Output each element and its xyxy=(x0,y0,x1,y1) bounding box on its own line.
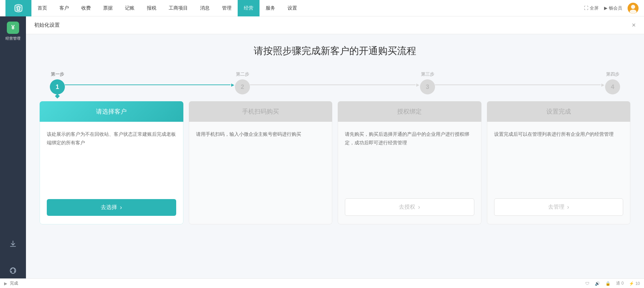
lock-icon: 🔒 xyxy=(605,281,611,286)
step1-card: 请选择客户 该处展示的客户为不在回收站、客户状态正常建账后完成老板端绑定的所有客… xyxy=(40,101,183,224)
connector-1-2: ▶ xyxy=(65,82,235,87)
nav-message[interactable]: 消息 xyxy=(194,0,216,16)
step2-label: 第二步 xyxy=(236,71,249,77)
nav-invoice[interactable]: 票据 xyxy=(97,0,119,16)
connector-line-2 xyxy=(250,84,416,85)
status-bar: ▶ 完成 🛡 🔊 🔒 通 0 ⚡ 10 xyxy=(0,278,644,288)
step3-card-body: 请先购买，购买后选择开通的产品中的企业用户进行授权绑定，成功后即可进行经营管理 … xyxy=(338,122,481,224)
step1-diamond xyxy=(55,94,60,99)
headset-icon xyxy=(8,266,18,275)
operation-icon: ¥ xyxy=(7,22,19,34)
status-right: 🛡 🔊 🔒 通 0 ⚡ 10 xyxy=(585,280,640,286)
fullscreen-button[interactable]: ⛶ 全屏 xyxy=(584,5,599,11)
nav-home[interactable]: 首页 xyxy=(31,0,53,16)
step4-group: 第四步 4 xyxy=(605,71,620,94)
step1-group: 第一步 1 xyxy=(50,71,65,94)
nav-menu: 首页 客户 收费 票据 记账 报税 工商项目 消息 管理 经营 服务 设置 xyxy=(31,0,584,16)
connector-3-4: ▶ xyxy=(435,82,605,87)
step2-group: 第二步 2 xyxy=(235,71,250,94)
connector-line-3 xyxy=(435,84,601,85)
sidebar-item-download[interactable] xyxy=(0,232,26,256)
nav-customer[interactable]: 客户 xyxy=(53,0,75,16)
step3-label: 第三步 xyxy=(421,71,434,77)
connector-2-3: ▶ xyxy=(250,82,420,87)
status-text: 完成 xyxy=(10,280,18,286)
battery-icon: ⚡ 10 xyxy=(629,281,640,286)
step4-label: 第四步 xyxy=(606,71,619,77)
play-icon: ▶ xyxy=(4,281,7,286)
notification-count: 通 0 xyxy=(616,280,624,286)
step1-circle: 1 xyxy=(50,79,65,94)
step3-card: 授权绑定 请先购买，购买后选择开通的产品中的企业用户进行授权绑定，成功后即可进行… xyxy=(338,101,481,224)
sidebar-label-operation: 经营管理 xyxy=(5,36,20,41)
step4-btn[interactable]: 去管理 › xyxy=(494,198,624,216)
nav-business[interactable]: 工商项目 xyxy=(163,0,194,16)
sidebar-item-operation[interactable]: ¥ 经营管理 xyxy=(0,19,26,43)
nav-service[interactable]: 服务 xyxy=(260,0,281,16)
step1-action: 去选择 › xyxy=(47,199,176,216)
step1-desc: 该处展示的客户为不在回收站、客户状态正常建账后完成老板端绑定的所有客户 xyxy=(47,130,176,188)
steps-container: 请按照步骤完成新客户的开通购买流程 第一步 1 ▶ xyxy=(26,34,644,235)
nav-billing[interactable]: 收费 xyxy=(75,0,97,16)
step3-action: 去授权 › xyxy=(345,198,474,216)
close-button[interactable]: × xyxy=(632,21,636,29)
status-left: ▶ 完成 xyxy=(4,280,18,286)
nav-accounting[interactable]: 记账 xyxy=(119,0,141,16)
user-avatar[interactable] xyxy=(628,3,639,14)
sidebar: ¥ 经营管理 xyxy=(0,16,26,288)
app-logo xyxy=(5,0,31,16)
nav-tax[interactable]: 报税 xyxy=(141,0,163,16)
svg-rect-5 xyxy=(14,271,15,273)
step4-circle: 4 xyxy=(605,79,620,94)
svg-point-2 xyxy=(630,10,636,14)
step4-card-header: 设置完成 xyxy=(487,101,631,122)
step1-label: 第一步 xyxy=(51,71,64,77)
shield-icon: 🛡 xyxy=(585,281,589,286)
steps-cards: 请选择客户 该处展示的客户为不在回收站、客户状态正常建账后完成老板端绑定的所有客… xyxy=(40,101,630,224)
nav-operation[interactable]: 经营 xyxy=(238,0,260,16)
step1-btn[interactable]: 去选择 › xyxy=(47,199,176,216)
step4-desc: 设置完成后可以在管理列表进行所有企业用户的经营管理 xyxy=(494,130,624,187)
page-header: 初始化设置 × xyxy=(26,16,644,34)
svg-rect-4 xyxy=(11,271,12,273)
step3-circle: 3 xyxy=(420,79,435,94)
steps-main-title: 请按照步骤完成新客户的开通购买流程 xyxy=(40,44,630,57)
vip-button[interactable]: ▶ 畅会员 xyxy=(604,5,622,11)
step2-circle: 2 xyxy=(235,79,250,94)
nav-manage[interactable]: 管理 xyxy=(216,0,238,16)
step1-card-body: 该处展示的客户为不在回收站、客户状态正常建账后完成老板端绑定的所有客户 去选择 … xyxy=(40,122,183,224)
connector-line-1 xyxy=(65,84,230,85)
step2-card-body: 请用手机扫码，输入小微企业主账号密码进行购买 xyxy=(189,122,333,224)
svg-point-1 xyxy=(631,5,635,9)
step3-group: 第三步 3 xyxy=(420,71,435,94)
step2-card-header: 手机扫码购买 xyxy=(189,101,333,122)
step3-card-header: 授权绑定 xyxy=(338,101,481,122)
step4-card: 设置完成 设置完成后可以在管理列表进行所有企业用户的经营管理 去管理 › xyxy=(487,101,631,224)
step4-card-body: 设置完成后可以在管理列表进行所有企业用户的经营管理 去管理 › xyxy=(487,122,631,224)
top-navigation: 首页 客户 收费 票据 记账 报税 工商项目 消息 管理 经营 服务 设置 ⛶ … xyxy=(0,0,644,16)
step3-btn[interactable]: 去授权 › xyxy=(345,198,474,216)
steps-indicator: 第一步 1 ▶ 第二步 2 xyxy=(40,71,630,94)
step3-desc: 请先购买，购买后选择开通的产品中的企业用户进行授权绑定，成功后即可进行经营管理 xyxy=(345,130,474,187)
main-content: 初始化设置 × 请按照步骤完成新客户的开通购买流程 第一步 1 xyxy=(26,16,644,288)
page-title: 初始化设置 xyxy=(34,22,60,28)
step1-card-header: 请选择客户 xyxy=(40,101,183,122)
volume-icon: 🔊 xyxy=(595,281,600,286)
download-icon xyxy=(8,239,18,249)
nav-right-area: ⛶ 全屏 ▶ 畅会员 xyxy=(584,3,639,14)
step4-action: 去管理 › xyxy=(494,198,624,216)
main-layout: ¥ 经营管理 xyxy=(0,16,644,288)
step2-card: 手机扫码购买 请用手机扫码，输入小微企业主账号密码进行购买 xyxy=(189,101,333,224)
nav-settings[interactable]: 设置 xyxy=(281,0,303,16)
step2-desc: 请用手机扫码，输入小微企业主账号密码进行购买 xyxy=(196,130,325,216)
